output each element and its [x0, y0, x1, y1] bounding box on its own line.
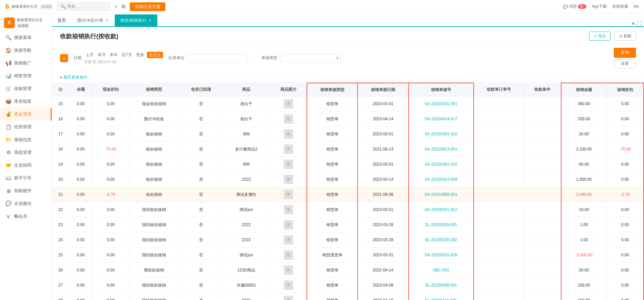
- refresh-button[interactable]: ↺ 刷新: [614, 32, 636, 41]
- sidebar-logo: 6 畅捷通谱好生意 标准版: [0, 13, 52, 31]
- last-month-btn[interactable]: 上月: [84, 52, 95, 58]
- row-writeoff-discount: 0.00: [607, 263, 644, 278]
- settings-icon[interactable]: ⚙: [121, 3, 126, 10]
- tab-close-writeoff[interactable]: ✕: [149, 18, 152, 23]
- row-writeoff-bill-no[interactable]: SA-20230301-010: [409, 127, 474, 142]
- sidebar-item-basic[interactable]: 📁 基础信息: [0, 133, 52, 146]
- col-settings[interactable]: ⚙: [52, 83, 69, 96]
- tab-close-prepay[interactable]: ✕: [105, 18, 108, 23]
- bill-no-link[interactable]: SL-20230418-001: [425, 298, 457, 300]
- bill-no-link[interactable]: SL-20230408-001: [425, 283, 457, 288]
- row-writeoff-bill-no[interactable]: SL-20230408-001: [409, 278, 474, 293]
- row-no: 28: [52, 293, 69, 300]
- bill-no-link[interactable]: SA-20230301-010: [425, 132, 457, 136]
- bill-no-link[interactable]: SA-20230314-008: [425, 177, 457, 182]
- party-input[interactable]: [187, 54, 248, 62]
- tab-writeoff[interactable]: 收款核销执行 ✕: [115, 14, 157, 26]
- row-cash-discount: 0.00: [92, 263, 129, 278]
- tab-prepay[interactable]: 预付冲应付单 ✕: [71, 14, 114, 26]
- online-service-btn[interactable]: 在线客服: [612, 4, 628, 9]
- filter-expand-btn[interactable]: »: [60, 54, 68, 62]
- sidebar-item-system[interactable]: ⚙ 系统管理: [0, 146, 52, 159]
- row-writeoff-bill-no[interactable]: SA-20230331-026: [409, 248, 474, 263]
- top-search[interactable]: 🔍搜索...: [57, 2, 111, 11]
- bill-no-link[interactable]: SA-20230321-012: [425, 207, 457, 212]
- custom-btn[interactable]: 自定义: [147, 52, 163, 58]
- settings-button[interactable]: 设置: [614, 59, 636, 68]
- sidebar-item-wechat[interactable]: 💬 企业微信: [0, 197, 52, 210]
- row-writeoff-bill-no[interactable]: ABC-001: [409, 263, 474, 278]
- bill-no-link[interactable]: SL-20230328-001: [425, 222, 457, 227]
- row-writeoff-type: 现结收款核销: [129, 232, 179, 248]
- row-include-settled: 否: [179, 187, 223, 202]
- row-goods: 多计量商品2: [223, 142, 270, 157]
- row-writeoff-type: 现结收款核销: [129, 217, 179, 232]
- row-writeoff-bill-date: 2022-04-14: [358, 263, 408, 278]
- bill-no-link[interactable]: SA-20230414-017: [425, 117, 457, 121]
- row-writeoff-type: 收款核销: [129, 142, 179, 157]
- party-label: 往来单位: [168, 55, 184, 61]
- billtype-select[interactable]: [280, 54, 340, 62]
- query-button[interactable]: 查询: [614, 48, 636, 58]
- bill-no-link[interactable]: ABC-001: [433, 268, 449, 272]
- row-writeoff-bill-no[interactable]: SA-20230314-008: [409, 172, 474, 187]
- window-expand-icon[interactable]: ⛶: [637, 21, 641, 26]
- goods-img-cell: 图: [270, 263, 307, 278]
- row-include-settled: 否: [179, 263, 223, 278]
- sidebar-item-marketing[interactable]: 📢 营销推广: [0, 57, 52, 70]
- row-balance: 0.00: [69, 127, 92, 142]
- row-cash-discount: -70.00: [92, 142, 129, 157]
- bill-no-link[interactable]: SA-20230301-001: [425, 101, 457, 106]
- row-balance: 0.00: [69, 232, 92, 248]
- row-writeoff-discount: 0.00: [607, 232, 644, 248]
- app-download-btn[interactable]: App下载: [592, 4, 607, 9]
- industry-btn[interactable]: 体验行业方案: [130, 2, 165, 11]
- sidebar-item-finance[interactable]: 💰 资金管理: [0, 108, 52, 121]
- expand-conditions[interactable]: ▾ 展开更多条件: [52, 73, 644, 83]
- sidebar-item-collab[interactable]: 🤝 企业协同: [0, 159, 52, 172]
- row-balance: 0.00: [69, 172, 92, 187]
- row-goods: 测试多属性: [223, 187, 270, 202]
- last7-btn[interactable]: 近7天: [120, 52, 133, 58]
- row-writeoff-bill-no[interactable]: SA-20230301-001: [409, 96, 474, 112]
- goods-img-cell: 图: [270, 112, 307, 127]
- row-writeoff-bill-no[interactable]: SA-20230321-012: [409, 202, 474, 217]
- this-month-btn[interactable]: 本月: [96, 52, 107, 58]
- row-writeoff-bill-no[interactable]: SL-20230418-001: [409, 293, 474, 300]
- row-no: 27: [52, 278, 69, 293]
- row-writeoff-bill-no[interactable]: SA-20210808-001: [409, 187, 474, 202]
- row-receipt-order-no: [474, 217, 524, 232]
- row-writeoff-bill-no[interactable]: SA-20210813-001: [409, 142, 474, 157]
- bill-no-link[interactable]: SA-20210808-001: [425, 192, 457, 197]
- sidebar-item-search[interactable]: 🔍 搜索菜单: [0, 31, 52, 44]
- row-writeoff-bill-no[interactable]: SL-20230328-001: [409, 217, 474, 232]
- bill-no-link[interactable]: SA-20230331-026: [425, 253, 457, 257]
- tab-home[interactable]: 首页: [52, 15, 71, 26]
- row-receipt-condition: [524, 127, 561, 142]
- msg-btn[interactable]: 💬 消息 99+: [563, 4, 586, 9]
- sidebar-item-guide[interactable]: 📖 新手引导: [0, 172, 52, 184]
- row-writeoff-bill-no[interactable]: SA-20230414-017: [409, 112, 474, 127]
- more-btn[interactable]: 更多: [135, 52, 146, 58]
- row-writeoff-bill-no[interactable]: SA-20230301-010: [409, 157, 474, 172]
- sidebar-item-purchase[interactable]: 🛒 采购管理: [0, 82, 52, 95]
- row-receipt-order-no: [474, 187, 524, 202]
- sidebar-item-sales[interactable]: 📊 销售管理: [0, 70, 52, 82]
- sidebar-item-member[interactable]: V 畅会员: [0, 210, 52, 223]
- gear-button[interactable]: ⚙: [58, 86, 63, 93]
- row-balance: 0.00: [69, 217, 92, 232]
- sidebar-item-hardware[interactable]: 🖥 智能硬件: [0, 184, 52, 197]
- window-close-icon[interactable]: ✕: [631, 21, 635, 26]
- sidebar-item-inventory[interactable]: 📦 库存核算: [0, 95, 52, 108]
- row-writeoff-type: 现结收款核销: [129, 293, 179, 300]
- bill-no-link[interactable]: SA-20230301-010: [425, 162, 457, 167]
- sidebar-item-manage[interactable]: 📋 经营管理: [0, 121, 52, 133]
- row-writeoff-bill-no[interactable]: SL-20230328-002: [409, 232, 474, 248]
- this-year-btn[interactable]: 本年: [108, 52, 119, 58]
- dropdown-icon[interactable]: ▾: [115, 4, 117, 9]
- bill-no-link[interactable]: SL-20230328-002: [425, 238, 457, 242]
- sidebar-item-nav[interactable]: 🏠 快捷导航: [0, 44, 52, 57]
- export-button[interactable]: ↗ 导出: [589, 32, 610, 41]
- bill-no-link[interactable]: SA-20210813-001: [425, 147, 457, 152]
- row-writeoff-bill-type: 销货单: [307, 202, 358, 217]
